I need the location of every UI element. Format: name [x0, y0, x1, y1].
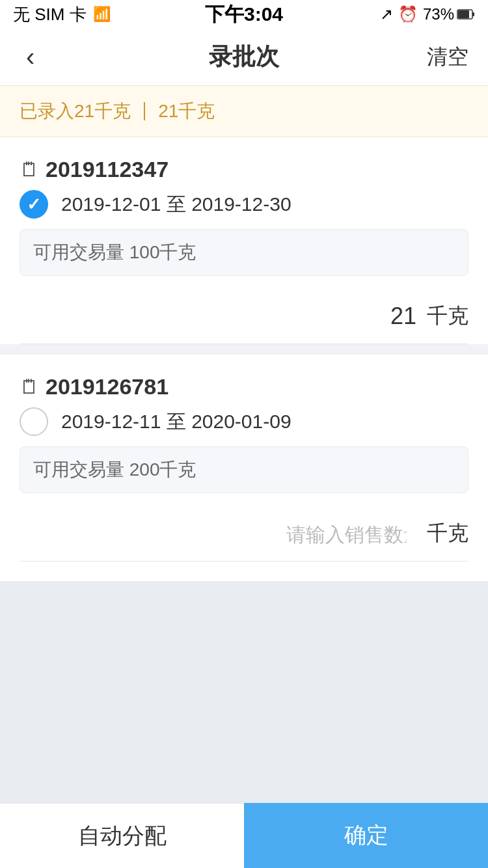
item-header-1: 🗒 2019112347	[20, 157, 468, 182]
status-bar: 无 SIM 卡 📶 下午3:04 ↗ ⏰ 73%	[0, 0, 488, 29]
back-button[interactable]: ‹	[20, 36, 41, 78]
status-time: 下午3:04	[205, 1, 283, 28]
wifi-icon: 📶	[93, 6, 111, 23]
alarm-icon: ⏰	[398, 5, 418, 23]
svg-rect-2	[458, 10, 469, 18]
item-date-2: 2019-12-11 至 2020-01-09	[61, 409, 291, 435]
clear-button[interactable]: 清空	[427, 43, 468, 72]
status-left: 无 SIM 卡 📶	[13, 3, 111, 26]
item-row-2: 2019-12-11 至 2020-01-09	[20, 407, 468, 436]
radio-btn-1[interactable]	[20, 190, 48, 219]
qty-unit-2: 千克	[427, 519, 468, 548]
available-label-1: 可用交易量 100千克	[33, 242, 197, 262]
nav-bar: ‹ 录批次 清空	[0, 29, 488, 86]
qty-row-2[interactable]: 千克	[20, 506, 468, 562]
svg-rect-1	[472, 12, 474, 16]
available-label-2: 可用交易量 200千克	[33, 459, 197, 480]
available-qty-2: 可用交易量 200千克	[20, 446, 468, 493]
item-date-1: 2019-12-01 至 2019-12-30	[61, 191, 291, 218]
info-value: 21千克	[158, 99, 215, 124]
document-icon-2: 🗒	[20, 376, 39, 398]
radio-btn-2[interactable]	[20, 407, 48, 436]
location-icon: ↗	[380, 5, 393, 23]
battery-percent: 73%	[423, 5, 454, 23]
battery-indicator: 73%	[423, 5, 475, 23]
empty-area	[0, 581, 488, 841]
battery-icon-svg	[457, 9, 475, 20]
bottom-bar: 自动分配 确定	[0, 803, 488, 868]
qty-value-1: 21	[390, 303, 416, 330]
item-row-1: 2019-12-01 至 2019-12-30	[20, 190, 468, 219]
info-label: 已录入21千克	[20, 99, 131, 124]
info-divider	[144, 102, 145, 120]
qty-row-1: 21 千克	[20, 289, 468, 344]
item-card-1: 🗒 2019112347 2019-12-01 至 2019-12-30 可用交…	[0, 137, 488, 344]
section-divider-1	[0, 344, 488, 355]
content-area: 已录入21千克 21千克 🗒 2019112347 2019-12-01 至 2…	[0, 86, 488, 868]
item-id-1: 2019112347	[46, 157, 169, 182]
carrier-text: 无 SIM 卡	[13, 3, 87, 26]
page-title: 录批次	[209, 41, 279, 73]
info-banner: 已录入21千克 21千克	[0, 86, 488, 137]
status-right: ↗ ⏰ 73%	[380, 5, 475, 23]
auto-distribute-button[interactable]: 自动分配	[0, 803, 244, 868]
item-id-2: 2019126781	[46, 374, 169, 400]
available-qty-1: 可用交易量 100千克	[20, 229, 468, 276]
confirm-button[interactable]: 确定	[244, 803, 488, 868]
qty-input-2[interactable]	[286, 520, 416, 547]
document-icon-1: 🗒	[20, 159, 39, 181]
item-header-2: 🗒 2019126781	[20, 374, 468, 400]
item-card-2: 🗒 2019126781 2019-12-11 至 2020-01-09 可用交…	[0, 355, 488, 581]
qty-unit-1: 千克	[427, 302, 468, 331]
